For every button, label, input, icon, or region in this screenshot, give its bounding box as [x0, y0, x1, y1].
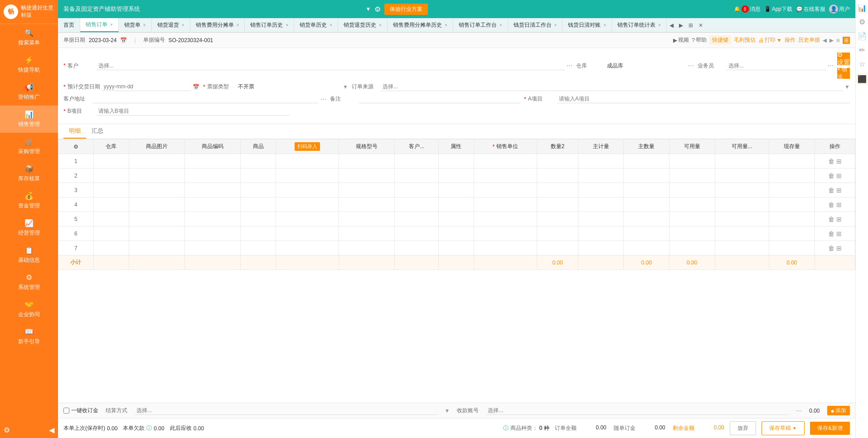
td-qty2-4[interactable]: [537, 197, 578, 212]
tab-首页[interactable]: 首页: [58, 18, 80, 32]
calendar-icon[interactable]: 📅: [120, 37, 127, 43]
product-count-icon[interactable]: ⓘ: [503, 424, 509, 432]
td-qty2-5[interactable]: [537, 212, 578, 226]
bulk-checkout-label[interactable]: 一键收订金: [63, 407, 98, 414]
sidebar-item-企业协同[interactable]: 🤝企业协同: [0, 296, 58, 323]
td-main_unit-5[interactable]: [578, 212, 624, 226]
tab-销货单[interactable]: 销货单×: [119, 18, 152, 32]
right-icon-6[interactable]: ⬛: [857, 74, 868, 84]
tab-销售订单[interactable]: 销售订单×: [80, 18, 119, 32]
td-main_unit-2[interactable]: [578, 168, 624, 183]
sidebar-item-基础信息[interactable]: 📋基础信息: [0, 241, 58, 269]
td-customer_code-3[interactable]: [394, 183, 438, 197]
td-main_qty-2[interactable]: [624, 168, 669, 183]
address-dots-btn[interactable]: ···: [320, 96, 326, 103]
sidebar-item-系统管理[interactable]: ⚙系统管理: [0, 269, 58, 296]
sidebar-item-资金管理[interactable]: 💰资金管理: [0, 187, 58, 214]
td-spec-2[interactable]: [339, 168, 394, 183]
td-scan-5[interactable]: [276, 212, 339, 226]
sidebar-item-营销推广[interactable]: 📢营销推广: [0, 78, 58, 106]
td-image-3[interactable]: [129, 183, 184, 197]
td-image-7[interactable]: [129, 241, 184, 255]
td-settings-2[interactable]: 2: [58, 168, 94, 183]
tab-close-btn[interactable]: ×: [143, 23, 146, 28]
discard-button[interactable]: 放弃: [730, 421, 756, 435]
td-settings-4[interactable]: 4: [58, 197, 94, 212]
delete-icon[interactable]: 🗑: [828, 187, 834, 194]
td-spec-3[interactable]: [339, 183, 394, 197]
td-code-7[interactable]: [184, 241, 240, 255]
td-settings-6[interactable]: 6: [58, 226, 94, 241]
sidebar-item-销售管理[interactable]: 📊销售管理: [0, 106, 58, 133]
td-available-4[interactable]: [669, 197, 715, 212]
right-icon-3[interactable]: 📄: [858, 32, 867, 40]
tab-close-btn[interactable]: ×: [330, 23, 332, 28]
td-warehouse-3[interactable]: [93, 183, 129, 197]
a-project-input[interactable]: [557, 95, 850, 103]
td-attribute-4[interactable]: [438, 197, 474, 212]
sidebar-item-库存核算[interactable]: 📦库存核算: [0, 160, 58, 187]
td-main_qty-5[interactable]: [624, 212, 669, 226]
td-product-1[interactable]: [241, 154, 276, 168]
operation-btn[interactable]: 操作: [785, 36, 795, 44]
payment-method-input[interactable]: [135, 406, 437, 415]
delete-icon[interactable]: 🗑: [828, 230, 834, 237]
tab-销售费用分摊单[interactable]: 销售费用分摊单×: [190, 18, 245, 32]
td-warehouse-4[interactable]: [93, 197, 129, 212]
td-code-1[interactable]: [184, 154, 240, 168]
tab-close-all-btn[interactable]: ✕: [696, 18, 706, 32]
app-download-btn[interactable]: 📱 App下载: [764, 5, 792, 13]
tab-销售费用分摊单历史[interactable]: 销售费用分摊单历史×: [388, 18, 453, 32]
delivery-date-input[interactable]: [102, 82, 191, 91]
copy-icon[interactable]: ⊞: [836, 201, 842, 208]
online-service-btn[interactable]: 💬 在线客服: [796, 5, 825, 13]
copy-icon[interactable]: ⊞: [836, 230, 842, 237]
td-product-3[interactable]: [241, 183, 276, 197]
td-warehouse-5[interactable]: [93, 212, 129, 226]
td-image-4[interactable]: [129, 197, 184, 212]
debit-info-icon[interactable]: ⓘ: [146, 424, 152, 432]
td-sales_unit-7[interactable]: [474, 241, 537, 255]
td-available2-3[interactable]: [715, 183, 769, 197]
td-available2-7[interactable]: [715, 241, 769, 255]
td-image-1[interactable]: [129, 154, 184, 168]
td-code-3[interactable]: [184, 183, 240, 197]
expand-icon[interactable]: ▼: [365, 6, 371, 12]
td-warehouse-1[interactable]: [93, 154, 129, 168]
td-main_qty-4[interactable]: [624, 197, 669, 212]
delete-icon[interactable]: 🗑: [828, 245, 834, 252]
tab-销售订单工作台[interactable]: 销售订单工作台×: [453, 18, 508, 32]
td-product-6[interactable]: [241, 226, 276, 241]
td-spec-1[interactable]: [339, 154, 394, 168]
profit-btn[interactable]: 毛利预估: [734, 36, 756, 44]
delete-icon[interactable]: 🗑: [828, 172, 834, 179]
td-spec-6[interactable]: [339, 226, 394, 241]
salesperson-input[interactable]: [727, 62, 826, 70]
td-spec-4[interactable]: [339, 197, 394, 212]
list-view-icon[interactable]: ≡: [836, 37, 840, 44]
history-prev-icon[interactable]: ◀: [823, 37, 827, 43]
tab-close-btn[interactable]: ×: [379, 23, 382, 28]
td-attribute-3[interactable]: [438, 183, 474, 197]
td-main_unit-3[interactable]: [578, 183, 624, 197]
td-image-5[interactable]: [129, 212, 184, 226]
td-customer_code-5[interactable]: [394, 212, 438, 226]
order-source-input[interactable]: [381, 82, 843, 91]
td-qty2-6[interactable]: [537, 226, 578, 241]
note-input[interactable]: [359, 95, 520, 103]
td-scan-4[interactable]: [276, 197, 339, 212]
td-current_stock-3[interactable]: [769, 183, 815, 197]
payment-dropdown-icon[interactable]: ▼: [444, 408, 450, 414]
td-available-1[interactable]: [669, 154, 715, 168]
tab-close-btn[interactable]: ×: [110, 22, 113, 27]
td-scan-2[interactable]: [276, 168, 339, 183]
customer-input[interactable]: [97, 62, 565, 70]
copy-icon[interactable]: ⊞: [836, 172, 842, 179]
sidebar-item-经营管理[interactable]: 📈经营管理: [0, 214, 58, 241]
td-available-2[interactable]: [669, 168, 715, 183]
copy-icon[interactable]: ⊞: [836, 187, 842, 194]
td-available-5[interactable]: [669, 212, 715, 226]
tab-close-btn[interactable]: ×: [603, 23, 606, 28]
td-warehouse-2[interactable]: [93, 168, 129, 183]
tab-销货退货历史[interactable]: 销货退货历史×: [338, 18, 388, 32]
